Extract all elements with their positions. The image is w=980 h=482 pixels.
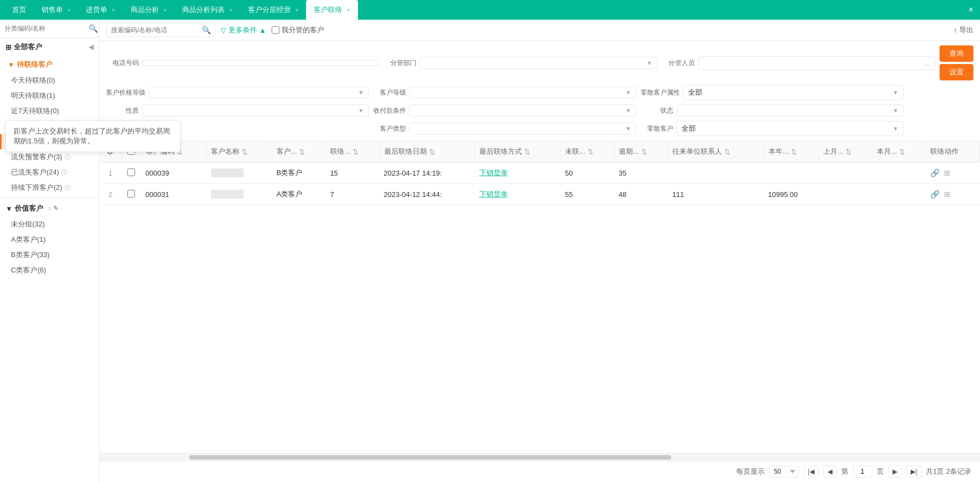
row2-checkbox	[121, 184, 141, 205]
page-number-input[interactable]	[853, 466, 872, 478]
row1-name	[207, 162, 272, 184]
sidebar-collapse-btn[interactable]: ◀	[89, 43, 93, 51]
nav-analysis-list-close[interactable]: ×	[229, 0, 232, 20]
row1-last-month	[819, 162, 872, 184]
sort-icon-6[interactable]: ⇅	[524, 148, 530, 156]
sort-icon-5[interactable]: ⇅	[429, 148, 435, 156]
page-next-btn[interactable]: ▶	[888, 466, 902, 478]
filter-status-select[interactable]: ▼	[677, 104, 903, 117]
sidebar-item-today[interactable]: 今天待联络(0)	[0, 73, 99, 88]
edit-icon[interactable]: ○ ✎	[48, 205, 59, 212]
filter-payment-select[interactable]: ▼	[409, 104, 636, 117]
query-button[interactable]: 查询	[940, 45, 973, 62]
row2-last-date: 2023-04-12 14:44:	[379, 184, 474, 205]
more-conditions-btn[interactable]: ▽ 更多条件 ▲	[221, 25, 266, 35]
row2-type: A类客户	[272, 184, 326, 205]
content-area: 🔍 ▽ 更多条件 ▲ 我分管的客户 ↑ 导出 电话号码	[99, 20, 980, 482]
row2-method-link[interactable]: 下销货单	[479, 190, 508, 198]
nav-purchase[interactable]: 进货单 ×	[78, 0, 122, 20]
filter-bar: 🔍 ▽ 更多条件 ▲ 我分管的客户 ↑ 导出	[99, 20, 980, 41]
table-row: 1 000039 B类客户 15 2023-04-17 14:19: 下销货单	[99, 162, 980, 184]
sidebar-all-customers[interactable]: ⊞ 全部客户 ◀	[0, 38, 99, 56]
row2-select[interactable]	[127, 190, 135, 198]
nav-customer-mgmt[interactable]: 客户分层经营 ×	[240, 0, 306, 20]
sidebar-item-a-class[interactable]: A类客户(1)	[0, 232, 99, 247]
settings-button[interactable]: 设置	[940, 64, 973, 80]
nav-customer-contact[interactable]: 客户联络 ×	[306, 0, 357, 20]
sidebar-item-c-class[interactable]: C类客户(6)	[0, 263, 99, 278]
nav-analysis-list[interactable]: 商品分析列表 ×	[174, 0, 240, 20]
row1-action-icon2[interactable]: ⊞	[944, 169, 950, 177]
main-layout: 🔍 ⊞ 全部客户 ◀ ▼ 待联络客户 今天待联络(0) 明天待联络(1) 近7天…	[0, 20, 980, 482]
page-last-btn[interactable]: ▶|	[906, 466, 922, 478]
ctype-dropdown-icon: ▼	[625, 125, 631, 132]
th-this-month: 本月...⇅	[872, 141, 926, 162]
row1-action-icon1[interactable]: 🔗	[930, 169, 940, 177]
row1-code: 000039	[141, 162, 207, 184]
nav-analysis-close[interactable]: ×	[163, 0, 167, 20]
scrollbar-thumb[interactable]	[189, 455, 671, 460]
row2-action-icon1[interactable]: 🔗	[930, 190, 940, 199]
filter-nature-select[interactable]: ▼	[142, 104, 369, 117]
nav-customer-contact-close[interactable]: ×	[347, 0, 350, 20]
grid-icon: ⊞	[5, 43, 11, 51]
sidebar-group-value[interactable]: ▼ 价值客户 ○ ✎	[0, 200, 99, 217]
page-size-select[interactable]: 50 100 200	[769, 466, 799, 478]
nav-sales-close[interactable]: ×	[67, 0, 71, 20]
sidebar-item-7days[interactable]: 近7天待联络(0)	[0, 103, 99, 119]
grade-dropdown-icon: ▼	[625, 89, 631, 96]
nav-analysis[interactable]: 商品分析 ×	[123, 0, 174, 20]
total-label: 共1页 2条记录	[926, 467, 971, 477]
filter-phone-input[interactable]	[142, 60, 379, 66]
th-last-date: 最后联络日期⇅	[379, 141, 474, 162]
nav-home[interactable]: 首页	[4, 0, 34, 20]
sort-icon-11[interactable]: ⇅	[846, 148, 852, 156]
sort-icon-9[interactable]: ⇅	[724, 148, 730, 156]
sidebar-item-tomorrow[interactable]: 明天待联络(1)	[0, 88, 99, 103]
row2-index: 2	[99, 184, 121, 205]
sort-icon-12[interactable]: ⇅	[899, 148, 905, 156]
sort-icon-4[interactable]: ⇅	[353, 148, 359, 156]
sidebar-search-icon: 🔍	[89, 24, 98, 33]
sidebar-group-pending[interactable]: ▼ 待联络客户	[0, 56, 99, 73]
my-customers-checkbox-label[interactable]: 我分管的客户	[272, 25, 324, 35]
filter-scatter-select[interactable]: 全部 ▼	[683, 85, 903, 100]
sidebar-search-input[interactable]	[4, 25, 86, 32]
sidebar-item-ungroup[interactable]: 未分组(32)	[0, 217, 99, 232]
sort-icon-10[interactable]: ⇅	[791, 148, 797, 156]
row1-method-link[interactable]: 下销货单	[479, 169, 508, 177]
horizontal-scrollbar[interactable]	[99, 453, 980, 461]
row1-select[interactable]	[127, 169, 135, 176]
sort-icon-7[interactable]: ⇅	[588, 148, 594, 156]
th-type: 客户...⇅	[272, 141, 326, 162]
filter-ctype-select[interactable]: ▼	[409, 123, 636, 135]
row1-type: B类客户	[272, 162, 326, 184]
sidebar-item-b-class[interactable]: B类客户(33)	[0, 247, 99, 263]
window-close-button[interactable]: ×	[969, 5, 973, 15]
page-first-btn[interactable]: |◀	[803, 466, 819, 478]
sidebar-item-declining[interactable]: 持续下滑客户(2) ⓘ	[0, 180, 99, 195]
dept-dropdown-icon: ▼	[647, 60, 653, 66]
nav-sales[interactable]: 销售单 ×	[34, 0, 78, 20]
my-customers-checkbox[interactable]	[272, 26, 279, 34]
nav-customer-mgmt-close[interactable]: ×	[295, 0, 298, 20]
filter-dept-select[interactable]: ▼	[420, 57, 657, 69]
row2-action-icon2[interactable]: ⊞	[944, 190, 950, 199]
sidebar-item-lost[interactable]: 已流失客户(24) ⓘ	[0, 165, 99, 180]
export-button[interactable]: ↑ 导出	[954, 25, 974, 35]
filter-manager-select[interactable]: ...	[698, 56, 935, 70]
sort-icon-8[interactable]: ⇅	[641, 148, 647, 156]
row1-checkbox	[121, 162, 141, 184]
sort-icon-2[interactable]: ⇅	[242, 148, 248, 156]
page-prev-btn[interactable]: ◀	[823, 466, 837, 478]
nav-purchase-close[interactable]: ×	[112, 0, 115, 20]
row2-this-month	[872, 184, 926, 205]
sort-icon-3[interactable]: ⇅	[299, 148, 305, 156]
filter-ctype-label: 客户类型	[373, 124, 406, 133]
row1-contact: 15	[326, 162, 379, 184]
main-search-input[interactable]	[106, 23, 215, 37]
filter-dept-label: 分管部门	[384, 59, 416, 68]
filter-scatter-cust-select[interactable]: 全部 ▼	[677, 121, 903, 136]
filter-grade-select[interactable]: ▼	[409, 86, 636, 98]
filter-price-select[interactable]: ▼	[149, 86, 369, 98]
